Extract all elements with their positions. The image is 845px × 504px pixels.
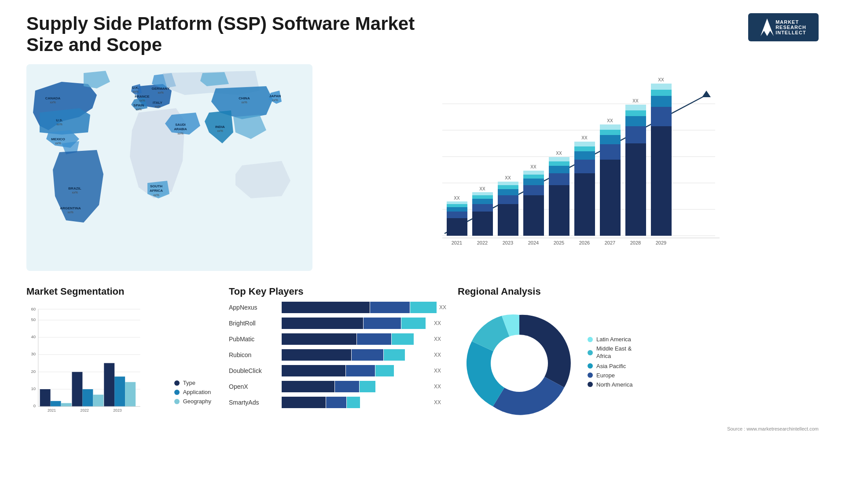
svg-rect-51 bbox=[472, 204, 493, 212]
players-title: Top Key Players bbox=[229, 286, 449, 297]
svg-rect-47 bbox=[447, 201, 467, 204]
europe-dot bbox=[588, 373, 593, 378]
player-name-4: DoubleClick bbox=[229, 367, 282, 374]
geo-dot bbox=[174, 399, 180, 404]
player-bar-4 bbox=[282, 365, 431, 376]
logo-line2: RESEARCH bbox=[775, 25, 806, 30]
svg-rect-100 bbox=[651, 107, 672, 126]
svg-text:xx%: xx% bbox=[153, 194, 159, 197]
svg-rect-81 bbox=[574, 146, 595, 151]
svg-rect-86 bbox=[600, 144, 621, 160]
svg-rect-78 bbox=[574, 173, 595, 236]
svg-text:XX: XX bbox=[479, 186, 485, 191]
svg-rect-58 bbox=[498, 195, 518, 204]
svg-text:SPAIN: SPAIN bbox=[133, 103, 144, 107]
world-map: CANADA xx% U.S. xx% MEXICO xx% BRAZIL xx… bbox=[26, 64, 308, 271]
svg-rect-87 bbox=[600, 135, 621, 144]
svg-text:xx%: xx% bbox=[154, 105, 160, 108]
svg-text:U.K.: U.K. bbox=[132, 86, 139, 90]
top-row: CANADA xx% U.S. xx% MEXICO xx% BRAZIL xx… bbox=[26, 64, 819, 281]
seg-chart-svg: 0 10 20 30 40 50 60 bbox=[26, 302, 170, 416]
na-dot bbox=[588, 382, 593, 387]
svg-text:xx%: xx% bbox=[72, 191, 77, 194]
svg-rect-65 bbox=[523, 185, 544, 195]
logo-icon bbox=[760, 18, 774, 36]
world-map-svg: CANADA xx% U.S. xx% MEXICO xx% BRAZIL xx… bbox=[26, 64, 312, 271]
svg-rect-72 bbox=[549, 173, 569, 185]
svg-text:xx%: xx% bbox=[136, 108, 141, 111]
svg-rect-73 bbox=[549, 166, 569, 173]
regional-pie-svg bbox=[458, 302, 581, 425]
seg-legend-app: Application bbox=[174, 389, 211, 395]
svg-rect-54 bbox=[472, 192, 493, 195]
bar-chart-section: XX 2021 XX 2022 XX 2023 bbox=[321, 64, 819, 281]
svg-rect-68 bbox=[523, 171, 544, 175]
seg-legend: Type Application Geography bbox=[174, 380, 211, 407]
svg-point-135 bbox=[491, 335, 548, 392]
svg-rect-102 bbox=[651, 90, 672, 96]
svg-text:CHINA: CHINA bbox=[239, 96, 250, 100]
svg-text:JAPAN: JAPAN bbox=[269, 94, 281, 98]
seg-legend-type: Type bbox=[174, 380, 211, 386]
svg-rect-46 bbox=[447, 204, 467, 207]
player-row-2: PubMatic XX bbox=[229, 333, 449, 345]
svg-rect-79 bbox=[574, 160, 595, 173]
svg-text:xx%: xx% bbox=[55, 142, 61, 145]
reg-legend-latin: Latin America bbox=[588, 336, 632, 343]
svg-text:AFRICA: AFRICA bbox=[150, 189, 163, 193]
svg-text:20: 20 bbox=[31, 369, 36, 374]
svg-text:2027: 2027 bbox=[605, 240, 615, 245]
apac-dot bbox=[588, 363, 593, 369]
player-row-1: BrightRoll XX bbox=[229, 318, 449, 329]
player-bar-3 bbox=[282, 349, 431, 361]
latin-dot bbox=[588, 337, 593, 342]
svg-rect-94 bbox=[625, 116, 646, 126]
player-bar-6 bbox=[282, 397, 431, 408]
svg-text:XX: XX bbox=[505, 175, 511, 180]
svg-rect-45 bbox=[447, 207, 467, 212]
regional-chart: Latin America Middle East &Africa Asia P… bbox=[458, 302, 819, 425]
svg-text:2028: 2028 bbox=[630, 240, 641, 245]
svg-rect-57 bbox=[498, 204, 518, 236]
player-name-1: BrightRoll bbox=[229, 320, 282, 327]
svg-text:xx%: xx% bbox=[56, 123, 62, 126]
svg-text:U.S.: U.S. bbox=[56, 118, 63, 122]
player-name-5: OpenX bbox=[229, 383, 282, 390]
svg-text:xx%: xx% bbox=[158, 91, 163, 94]
svg-text:XX: XX bbox=[556, 151, 562, 156]
svg-rect-50 bbox=[472, 212, 493, 236]
svg-text:ARABIA: ARABIA bbox=[174, 127, 187, 131]
svg-rect-52 bbox=[472, 199, 493, 204]
svg-text:xx%: xx% bbox=[177, 132, 183, 135]
player-name-2: PubMatic bbox=[229, 336, 282, 343]
svg-text:2022: 2022 bbox=[81, 408, 89, 413]
player-bar-0 bbox=[282, 302, 437, 313]
svg-rect-129 bbox=[104, 363, 114, 407]
mea-dot bbox=[588, 350, 593, 355]
svg-text:xx%: xx% bbox=[67, 211, 73, 214]
regional-legend: Latin America Middle East &Africa Asia P… bbox=[588, 336, 632, 391]
svg-text:XX: XX bbox=[658, 77, 664, 82]
svg-text:2024: 2024 bbox=[528, 240, 539, 245]
svg-text:ITALY: ITALY bbox=[153, 101, 162, 105]
svg-text:2021: 2021 bbox=[48, 408, 56, 413]
type-dot bbox=[174, 380, 180, 386]
svg-rect-60 bbox=[498, 185, 518, 189]
svg-text:xx%: xx% bbox=[217, 129, 223, 132]
svg-rect-74 bbox=[549, 161, 569, 166]
svg-text:2023: 2023 bbox=[113, 408, 121, 413]
player-bar-1 bbox=[282, 318, 431, 329]
svg-text:XX: XX bbox=[632, 99, 639, 103]
svg-text:xx%: xx% bbox=[139, 99, 145, 102]
svg-text:30: 30 bbox=[31, 351, 36, 356]
svg-rect-75 bbox=[549, 157, 569, 161]
svg-text:xx%: xx% bbox=[272, 99, 278, 102]
svg-rect-127 bbox=[93, 394, 103, 406]
bar-chart-svg: XX 2021 XX 2022 XX 2023 bbox=[330, 69, 810, 275]
app-dot bbox=[174, 390, 180, 395]
player-row-0: AppNexus XX bbox=[229, 302, 449, 313]
svg-text:xx%: xx% bbox=[50, 101, 55, 104]
segmentation-title: Market Segmentation bbox=[26, 286, 211, 297]
svg-rect-64 bbox=[523, 195, 544, 236]
source-text: Source : www.marketresearchintellect.com bbox=[727, 426, 819, 431]
